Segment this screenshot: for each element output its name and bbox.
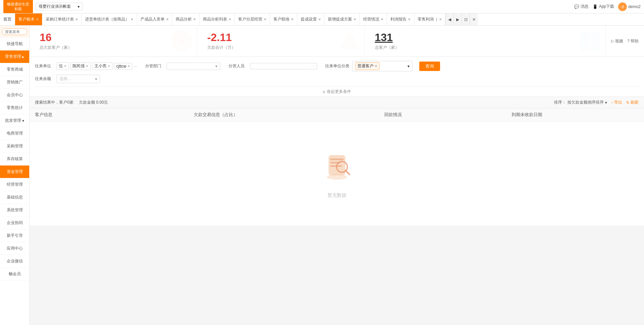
th-debt-info: 欠款交易信息（占比） [194, 112, 384, 118]
app-download-button[interactable]: 📱 App下载 [593, 4, 614, 9]
filter-tag-2-close[interactable]: ✕ [108, 64, 110, 68]
table-header: 客户信息 欠款交易信息（占比） 回款情况 到期未收款日期 [30, 108, 644, 121]
refresh-button[interactable]: ↻ 刷新 [626, 100, 639, 105]
sort-label: 排序： [554, 100, 566, 105]
customer-type-close[interactable]: ✕ [375, 64, 377, 68]
filter-category-select[interactable]: 普通客户 ✕ ▾ [352, 61, 413, 71]
filter-tag-3[interactable]: cjttcw ✕ [114, 63, 132, 70]
tab-expand-button[interactable]: ⊡ [462, 13, 470, 25]
tab-goods-analysis-list[interactable]: 商品分析列表 ✕ [200, 13, 235, 25]
tab-accounts-receivable-label: 客户账本 [18, 16, 35, 22]
tab-close-customer-contact[interactable]: ✕ [291, 17, 294, 21]
avatar-initial: d [621, 5, 624, 9]
filter-tag-2[interactable]: 王小亮 ✕ [92, 62, 113, 70]
tab-close-stock-stats[interactable]: ✕ [131, 17, 133, 21]
tab-close-purchase-order[interactable]: ✕ [75, 17, 78, 21]
filter-tag-3-close[interactable]: ✕ [127, 64, 130, 68]
sidebar-item-wholesale-mgmt[interactable]: 批发管理 ▾ [0, 114, 29, 127]
export-button[interactable]: ↑ 导出 [611, 100, 622, 105]
sidebar-item-operation-mgmt[interactable]: 经营管理 [0, 178, 29, 191]
sort-select[interactable]: 排序： 按欠款金额倒序排序 ▾ [554, 100, 607, 105]
filter-more-button[interactable]: ··· [134, 64, 137, 69]
sidebar-item-member-center[interactable]: 会员中心 [0, 89, 29, 102]
collapse-button[interactable]: ∧ 收起更多条件 [35, 86, 639, 97]
sidebar-item-new-guide[interactable]: 新手引导 [0, 229, 29, 242]
tab-stock-stats[interactable]: 进货单统计表（按商品） ✕ [82, 13, 137, 25]
sidebar-item-retail-mgmt[interactable]: 零售管理 ▸ [0, 50, 29, 63]
tab-prompt-settings[interactable]: 提成设置 ✕ [297, 13, 325, 25]
sidebar-item-capital-mgmt[interactable]: 资金管理 [0, 166, 29, 178]
filter-tag-1[interactable]: 陈民强 ✕ [70, 62, 91, 70]
filter-tag-0-close[interactable]: ✕ [64, 64, 67, 68]
sidebar-item-system-mgmt[interactable]: 系统管理 [0, 204, 29, 217]
demo-selector[interactable]: 母婴行业演示帐套 ▾ [36, 3, 83, 10]
tab-purchase-order[interactable]: 采购订单统计表 ✕ [42, 13, 82, 25]
sidebar-item-basic-info[interactable]: 基础信息 [0, 191, 29, 204]
sidebar-item-enterprise-coop[interactable]: 企业协同 [0, 217, 29, 229]
top-bar: 畅捷通好生意 标版 母婴行业演示帐套 ▾ 💬 消息 📱 App下载 d demo… [0, 0, 644, 13]
tab-close-new-prompt[interactable]: ✕ [353, 17, 356, 21]
filter-dept-select[interactable]: ▾ [167, 63, 220, 70]
tab-home[interactable]: 首页 [0, 13, 15, 25]
th-customer-info: 客户信息 [35, 112, 194, 118]
customer-type-tag[interactable]: 普通客户 ✕ [355, 62, 380, 70]
sidebar-item-member-center-label: 会员中心 [7, 93, 23, 97]
chevron-down-icon-wholesale: ▾ [22, 118, 24, 123]
filter-tag-0[interactable]: 伍 ✕ [56, 62, 69, 70]
refresh-icon: ↻ [626, 100, 630, 105]
tab-accounts-receivable[interactable]: 客户账本 ✕ [15, 13, 42, 25]
tab-goods-analysis[interactable]: 商品分析 ✕ [172, 13, 200, 25]
sidebar-item-purchase-mgmt[interactable]: 采购管理 [0, 140, 29, 153]
tab-customer-contact-label: 客户联络 [273, 16, 290, 22]
tab-profit-report[interactable]: 利润报告 ✕ [387, 13, 414, 25]
sidebar-item-member-plus[interactable]: 畅会员 [0, 268, 29, 281]
main-content: ¥ 16 总欠款客户（家） -2.11 欠款合计（万） 131 总客户（家） [30, 26, 644, 325]
tab-close-accounts-receivable[interactable]: ✕ [36, 17, 39, 21]
search-input[interactable] [2, 28, 27, 35]
tab-retail-profit[interactable]: 零售利润（ ✕ [414, 13, 445, 25]
empty-text: 暂无数据 [328, 192, 346, 198]
message-button[interactable]: 💬 消息 [574, 4, 589, 9]
stat-card-debtors: ¥ 16 总欠款客户（家） [30, 26, 197, 57]
sidebar-item-app-center[interactable]: 应用中心 [0, 242, 29, 255]
tab-customer-contact[interactable]: 客户联络 ✕ [270, 13, 297, 25]
tab-close-customer-tier[interactable]: ✕ [264, 17, 266, 21]
sidebar-item-marketing[interactable]: 营销推广 [0, 76, 29, 89]
empty-icon [320, 148, 354, 188]
tab-home-label: 首页 [3, 16, 11, 22]
user-button[interactable]: d demo2 [618, 2, 641, 11]
refresh-label: 刷新 [631, 100, 639, 105]
filter-tag-1-close[interactable]: ✕ [86, 64, 88, 68]
filter-balance-select[interactable]: 选择... ▾ [56, 75, 100, 83]
sidebar-item-ecommerce[interactable]: 电商管理 [0, 127, 29, 140]
tab-new-prompt[interactable]: 新增提成方案 ✕ [325, 13, 360, 25]
tab-close-prompt-settings[interactable]: ✕ [318, 17, 321, 21]
tab-goods-analysis-list-label: 商品分析列表 [203, 16, 227, 22]
filter-unit-label: 往来单位 [35, 63, 54, 69]
sidebar-item-enterprise-wechat[interactable]: 企业微信 [0, 255, 29, 268]
tab-prev-button[interactable]: ◀ [445, 13, 454, 25]
tab-close-product-stock[interactable]: ✕ [166, 17, 169, 21]
tab-customer-tier[interactable]: 客户分层经营 ✕ [235, 13, 270, 25]
empty-state: 暂无数据 [30, 121, 644, 225]
sidebar-item-member-plus-label: 畅会员 [9, 272, 21, 276]
tab-next-button[interactable]: ▶ [454, 13, 462, 25]
tab-close-business-status[interactable]: ✕ [381, 17, 383, 21]
query-button[interactable]: 查询 [419, 62, 440, 71]
tab-close-all-button[interactable]: ✕ [470, 13, 478, 25]
tab-business-status[interactable]: 经营情况 ✕ [360, 13, 387, 25]
help-link[interactable]: ? 帮助 [627, 38, 639, 44]
sidebar-item-retail-mall[interactable]: 零售商城 [0, 63, 29, 76]
sidebar-item-quick-nav[interactable]: 快捷导航 [0, 38, 29, 50]
tab-close-goods-analysis-list[interactable]: ✕ [228, 17, 231, 21]
customer-type-text: 普通客户 [357, 63, 374, 69]
video-link[interactable]: ▷ 视频 [611, 38, 623, 44]
tab-close-goods-analysis[interactable]: ✕ [193, 17, 196, 21]
tab-close-profit-report[interactable]: ✕ [408, 17, 411, 21]
sidebar-item-inventory[interactable]: 库存核算 [0, 153, 29, 166]
sidebar-item-ecommerce-label: 电商管理 [7, 131, 23, 136]
tab-product-stock[interactable]: 产成品入库单 ✕ [137, 13, 172, 25]
filter-person-select[interactable]: ··· [250, 63, 317, 69]
sidebar-item-retail-stats[interactable]: 零售统计 [0, 102, 29, 114]
tab-close-retail-profit[interactable]: ✕ [439, 17, 442, 21]
